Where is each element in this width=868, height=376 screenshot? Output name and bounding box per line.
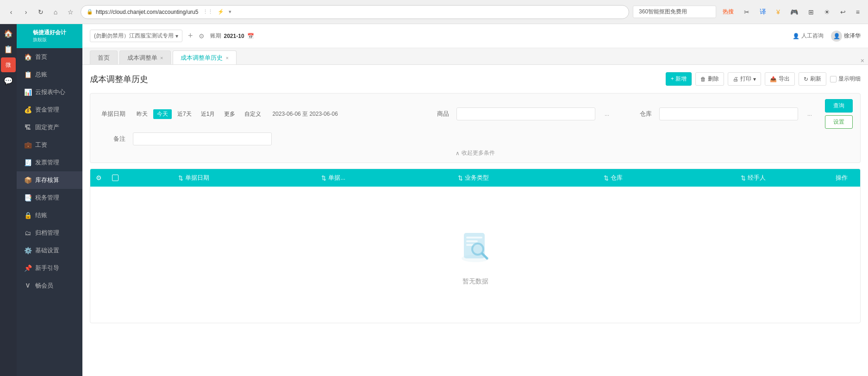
sidebar-item-closing-label: 结账	[35, 211, 47, 219]
sidebar-item-basic-settings[interactable]: ⚙️ 基础设置	[17, 242, 82, 259]
star-button[interactable]: ☆	[64, 6, 77, 19]
icon-bar-ledger[interactable]: 📋	[1, 42, 16, 56]
sidebar-item-ledger[interactable]: 📋 总账	[17, 66, 82, 83]
undo-icon[interactable]: ↩	[837, 6, 849, 18]
th-number[interactable]: ⇅ 单据...	[263, 174, 403, 182]
ledger-nav-icon: 📋	[24, 71, 31, 78]
remark-filter-input[interactable]	[133, 132, 272, 145]
delete-button[interactable]: 🗑 删除	[695, 72, 724, 86]
sidebar-logo-sub: 旗舰版	[33, 37, 66, 43]
tab-home[interactable]: 首页	[90, 50, 118, 64]
th-warehouse[interactable]: ⇅ 仓库	[543, 174, 683, 182]
grid-icon[interactable]: ⊞	[805, 6, 818, 18]
url-text: https://cloud.chanjet.com/accounting/uru…	[96, 9, 198, 15]
settings-button[interactable]: 设置	[825, 115, 853, 129]
sidebar-item-archive[interactable]: 🗂 归档管理	[17, 224, 82, 242]
user-profile-button[interactable]: 👤 徐泽华	[831, 31, 861, 42]
svg-rect-2	[466, 237, 482, 238]
icon-bar-home[interactable]: 🏠	[1, 26, 16, 41]
search-bar[interactable]: 360智能抠图免费用	[633, 6, 716, 18]
sidebar-logo: 畅捷通好会计 旗舰版	[17, 24, 82, 48]
date-btn-yesterday[interactable]: 昨天	[133, 109, 151, 119]
display-checkbox[interactable]	[830, 76, 837, 82]
th-date-sort-icon: ⇅	[178, 175, 183, 182]
period-info: 账期 2021-10 📅	[210, 32, 254, 40]
display-toggle[interactable]: 显示明细	[830, 75, 861, 83]
tab-cost-adjust-history-close[interactable]: ×	[225, 55, 228, 61]
app-container: 🏠 📋 微 💬 畅捷通好会计 旗舰版 🏠 首页 📋 总账 📊 云报表中心	[0, 24, 868, 376]
sidebar-item-fund-label: 资金管理	[35, 106, 59, 114]
new-button[interactable]: + 新增	[666, 72, 692, 86]
sidebar-item-tax-mgmt[interactable]: 📑 税务管理	[17, 189, 82, 207]
company-selector[interactable]: (勿删勿禁用）江西服宝测试专用 ▾	[90, 30, 182, 42]
goods-more-icon[interactable]: ...	[605, 111, 609, 117]
icon-bar-chat[interactable]: 💬	[1, 73, 16, 88]
calendar-icon[interactable]: 📅	[247, 33, 254, 39]
sidebar-item-home[interactable]: 🏠 首页	[17, 48, 82, 66]
tab-cost-adjust-close[interactable]: ×	[160, 55, 163, 61]
warehouse-filter-input[interactable]	[659, 107, 798, 120]
print-dropdown-icon: ▾	[753, 76, 756, 82]
home-nav-icon: 🏠	[24, 53, 31, 61]
sidebar-item-new-guide[interactable]: 📌 新手引导	[17, 259, 82, 277]
date-btn-7days[interactable]: 近7天	[174, 109, 195, 119]
game-icon[interactable]: 🎮	[787, 6, 802, 18]
tab-home-label: 首页	[98, 54, 110, 62]
sidebar-item-settings-label: 基础设置	[35, 246, 59, 255]
goods-filter-input[interactable]	[456, 107, 595, 120]
th-type[interactable]: ⇅ 业务类型	[403, 174, 543, 182]
tab-cost-adjust-history[interactable]: 成本调整单历史 ×	[173, 50, 236, 64]
query-button[interactable]: 查询	[825, 99, 853, 113]
date-range-display: 2023-06-06 至 2023-06-06	[272, 110, 337, 118]
browser-chrome: ‹ › ↻ ⌂ ☆ 🔒 https://cloud.chanjet.com/ac…	[0, 0, 868, 24]
date-btn-custom[interactable]: 自定义	[241, 109, 265, 119]
page-title: 成本调整单历史	[90, 74, 666, 85]
svg-point-6	[473, 244, 482, 254]
address-bar[interactable]: 🔒 https://cloud.chanjet.com/accounting/u…	[81, 5, 629, 19]
table-settings-icon[interactable]: ⚙	[90, 174, 107, 182]
scissors-icon[interactable]: ✂	[740, 6, 753, 18]
sidebar-item-fund-mgmt[interactable]: 💰 资金管理	[17, 101, 82, 119]
warehouse-more-icon[interactable]: ...	[807, 111, 812, 117]
forward-button[interactable]: ›	[19, 6, 32, 19]
sidebar-item-payroll[interactable]: 💼 工资	[17, 136, 82, 154]
date-btn-more[interactable]: 更多	[220, 109, 239, 119]
tax-nav-icon: 📑	[24, 194, 31, 201]
home-button[interactable]: ⌂	[49, 6, 62, 19]
sidebar-item-fixed-assets[interactable]: 🏗 固定资产	[17, 119, 82, 136]
select-all-checkbox[interactable]	[112, 175, 119, 181]
table-checkbox-header[interactable]	[107, 175, 124, 181]
th-date[interactable]: ⇅ 单据日期	[124, 174, 263, 182]
filter-date-buttons: 昨天 今天 近7天 近1月 更多 自定义	[133, 109, 265, 119]
tab-close-all[interactable]: ×	[861, 57, 864, 64]
sidebar-item-member[interactable]: V 畅会员	[17, 277, 82, 295]
table-header: ⚙ ⇅ 单据日期 ⇅ 单据... ⇅ 业务类型	[90, 169, 860, 187]
translate-icon[interactable]: 译	[756, 6, 770, 18]
page-actions: + 新增 🗑 删除 🖨 打印 ▾ 📤 导出 ↻	[666, 72, 861, 86]
coin-icon[interactable]: ¥	[773, 6, 784, 18]
date-btn-today[interactable]: 今天	[153, 109, 172, 119]
sidebar-item-closing[interactable]: 🔒 结账	[17, 207, 82, 224]
export-button[interactable]: 📤 导出	[765, 72, 795, 86]
browser-action-area: 360智能抠图免费用 热搜 ✂ 译 ¥ 🎮 ⊞ ☀ ↩ ≡	[633, 6, 863, 18]
print-button[interactable]: 🖨 打印 ▾	[728, 72, 761, 86]
refresh-button[interactable]: ↻	[34, 6, 47, 19]
refresh-button[interactable]: ↻ 刷新	[799, 72, 826, 86]
sidebar-item-invoice-mgmt[interactable]: 🧾 发票管理	[17, 154, 82, 171]
settings-gear-icon[interactable]: ⚙	[199, 32, 205, 40]
add-company-btn[interactable]: +	[188, 31, 193, 41]
icon-bar-red[interactable]: 微	[1, 57, 16, 72]
brightness-icon[interactable]: ☀	[820, 6, 834, 18]
gear-icon: ⚙	[96, 174, 102, 182]
sidebar-item-payroll-label: 工资	[35, 141, 47, 149]
collapse-button[interactable]: ∧ 收起更多条件	[456, 149, 495, 157]
back-button[interactable]: ‹	[5, 6, 18, 19]
th-operator[interactable]: ⇅ 经手人	[683, 174, 823, 182]
sidebar-item-report-center[interactable]: 📊 云报表中心	[17, 83, 82, 101]
date-btn-1month[interactable]: 近1月	[197, 109, 219, 119]
sidebar-item-inventory[interactable]: 📦 库存核算	[17, 171, 82, 189]
th-type-label: 业务类型	[465, 174, 489, 182]
tab-cost-adjust[interactable]: 成本调整单 ×	[119, 50, 171, 64]
consult-button[interactable]: 👤 人工咨询	[793, 32, 824, 40]
menu-icon[interactable]: ≡	[852, 6, 863, 18]
